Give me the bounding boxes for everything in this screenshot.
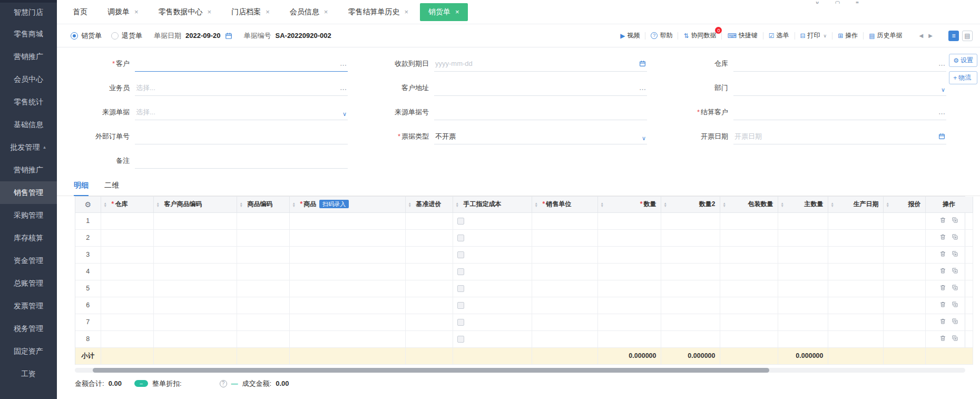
cell-main_qty[interactable] (778, 246, 828, 263)
close-icon[interactable]: × (324, 8, 328, 15)
sort-icon[interactable]: ▲▼ (408, 202, 411, 207)
sort-icon[interactable]: ▲▼ (664, 202, 667, 207)
cell-pack_qty[interactable] (720, 246, 778, 263)
cell-qty2[interactable] (661, 263, 720, 280)
field-input-5[interactable]: ⋯ (434, 80, 647, 96)
manual-cost-checkbox[interactable] (457, 251, 464, 258)
cell-prod_date[interactable] (828, 297, 883, 314)
calendar-icon[interactable] (225, 32, 232, 40)
field-input-8[interactable] (434, 104, 647, 120)
cell-unit[interactable] (532, 229, 597, 246)
calendar-icon[interactable] (639, 60, 646, 68)
field-input-9[interactable]: ⋯ (733, 104, 946, 120)
cell-cust_code[interactable] (153, 246, 237, 263)
sidebar-item-1[interactable]: 智慧门店 (0, 3, 57, 23)
ellipsis-picker-icon[interactable]: ⋯ (938, 62, 945, 69)
cell-code[interactable] (237, 280, 289, 297)
radio-sales-order[interactable]: 销货单 (71, 31, 102, 41)
col-header-pack_qty[interactable]: ▲▼包装数量 (720, 197, 778, 212)
cell-base_price[interactable] (405, 314, 453, 330)
sort-icon[interactable]: ▲▼ (723, 202, 726, 207)
copy-row-icon[interactable] (952, 267, 958, 276)
manual-cost-checkbox[interactable] (457, 218, 464, 225)
cell-main_qty[interactable] (778, 314, 828, 330)
field-input-2[interactable]: yyyy-mm-dd (434, 56, 647, 72)
cell-code[interactable] (237, 263, 289, 280)
cell-product[interactable] (289, 280, 405, 297)
tab-7[interactable]: 销货单× (420, 3, 468, 21)
cell-qty2[interactable] (661, 297, 720, 314)
cell-main_qty[interactable] (778, 263, 828, 280)
sort-icon[interactable]: ▲▼ (292, 202, 296, 207)
cell-qty2[interactable] (661, 212, 720, 229)
grid-view-toggle[interactable]: ▤ (962, 31, 973, 41)
cell-main_qty[interactable] (778, 297, 828, 314)
delete-row-icon[interactable] (939, 267, 946, 276)
tab-1[interactable]: 首页 (64, 3, 96, 21)
next-doc-icon[interactable]: ▶ (928, 33, 933, 38)
delete-row-icon[interactable] (939, 318, 946, 326)
cell-warehouse[interactable] (101, 280, 153, 297)
cell-prod_date[interactable] (828, 229, 883, 246)
delete-row-icon[interactable] (939, 335, 946, 343)
col-header-qty[interactable]: ▲▼*数量 (597, 197, 661, 212)
tab-2[interactable]: 调拨单× (99, 3, 147, 21)
chevron-down-icon[interactable]: ∨ (642, 135, 646, 141)
cell-unit[interactable] (532, 297, 597, 314)
cell-quote[interactable] (883, 297, 925, 314)
copy-row-icon[interactable] (952, 233, 958, 242)
cell-product[interactable] (289, 297, 405, 314)
delete-row-icon[interactable] (939, 217, 946, 225)
col-header-manual_cost[interactable]: ▲▼手工指定成本 (453, 197, 532, 212)
cell-warehouse[interactable] (101, 330, 153, 347)
cell-qty[interactable] (597, 297, 661, 314)
cell-code[interactable] (237, 229, 289, 246)
cell-pack_qty[interactable] (720, 212, 778, 229)
field-input-10[interactable] (135, 129, 348, 144)
close-icon[interactable]: × (455, 8, 459, 15)
cell-base_price[interactable] (405, 229, 453, 246)
calendar-icon[interactable] (938, 133, 945, 141)
cell-quote[interactable] (883, 212, 925, 229)
delete-row-icon[interactable] (939, 301, 946, 309)
settings-button[interactable]: ⚙ 设置 (949, 54, 977, 67)
col-header-code[interactable]: ▲▼商品编码 (237, 197, 289, 212)
sidebar-item-16[interactable]: 固定资产 (0, 340, 57, 363)
cell-code[interactable] (237, 212, 289, 229)
ellipsis-picker-icon[interactable]: ⋯ (340, 62, 347, 69)
ellipsis-picker-icon[interactable]: ⋯ (340, 86, 347, 93)
copy-row-icon[interactable] (952, 335, 958, 343)
cell-warehouse[interactable] (101, 229, 153, 246)
cell-cust_code[interactable] (153, 263, 237, 280)
delete-row-icon[interactable] (939, 233, 946, 242)
field-input-1[interactable]: ⋯ (135, 56, 348, 72)
field-input-3[interactable]: ⋯ (733, 56, 946, 72)
cell-base_price[interactable] (405, 297, 453, 314)
menu-icon[interactable]: ≡ (856, 0, 859, 4)
manual-cost-checkbox[interactable] (457, 302, 464, 309)
cell-prod_date[interactable] (828, 212, 883, 229)
cell-qty[interactable] (597, 246, 661, 263)
sort-icon[interactable]: ▲▼ (781, 202, 784, 207)
cell-qty[interactable] (597, 263, 661, 280)
field-input-7[interactable]: 选择...∨ (135, 104, 348, 120)
cell-warehouse[interactable] (101, 263, 153, 280)
sort-icon[interactable]: ▲▼ (104, 202, 107, 207)
tab-3[interactable]: 零售数据中心× (150, 3, 220, 21)
col-header-main_qty[interactable]: ▲▼主数量 (778, 197, 828, 212)
help-circle-icon[interactable]: ? (220, 380, 227, 387)
col-header-quote[interactable]: ▲▼报价 (883, 197, 925, 212)
cell-qty2[interactable] (661, 246, 720, 263)
manual-cost-checkbox[interactable] (457, 235, 464, 241)
list-view-toggle[interactable]: ≡ (948, 31, 959, 41)
sidebar-item-14[interactable]: 发票管理 (0, 295, 57, 317)
copy-row-icon[interactable] (952, 217, 958, 225)
sidebar-item-7[interactable]: 批发管理▲ (0, 136, 57, 159)
close-icon[interactable]: × (208, 8, 212, 15)
cell-product[interactable] (289, 212, 405, 229)
cell-pack_qty[interactable] (720, 280, 778, 297)
sort-icon[interactable]: ▲▼ (886, 202, 889, 207)
cell-code[interactable] (237, 297, 289, 314)
cell-product[interactable] (289, 314, 405, 330)
cell-product[interactable] (289, 263, 405, 280)
